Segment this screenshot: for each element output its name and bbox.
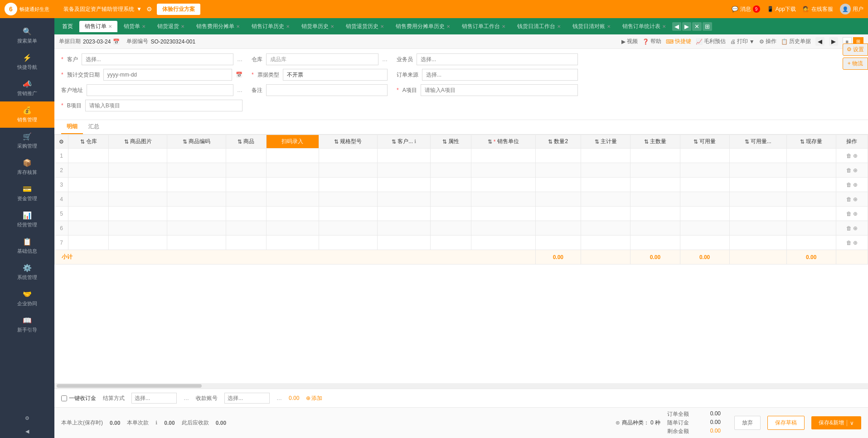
row-product-code-cell[interactable] <box>167 207 226 221</box>
row-product-cell[interactable] <box>226 221 266 236</box>
row-spec-cell[interactable] <box>319 163 377 178</box>
row-sales-unit-cell[interactable] <box>471 221 535 236</box>
discard-btn[interactable]: 放弃 <box>734 416 761 430</box>
sidebar-item-operations[interactable]: 📊 经营管理 <box>0 207 54 233</box>
system-dropdown-btn[interactable]: ▼ <box>136 6 142 12</box>
sidebar-item-inventory[interactable]: 📦 库存核算 <box>0 154 54 180</box>
form-add-btn[interactable]: + 物流 <box>843 58 868 70</box>
row-warehouse-cell[interactable] <box>68 221 109 236</box>
row-product-code-cell[interactable] <box>167 221 226 236</box>
horizontal-scrollbar[interactable] <box>57 384 202 388</box>
row-customer-code-cell[interactable] <box>377 207 431 221</box>
row-quantity2-cell[interactable] <box>535 192 581 207</box>
tab-sales-expense-history[interactable]: 销售费用分摊单历史 ✕ <box>390 21 456 32</box>
row-delete-btn[interactable]: 🗑 <box>846 153 852 159</box>
row-sales-unit-cell[interactable] <box>471 192 535 207</box>
row-main-qty-cell[interactable] <box>630 207 680 221</box>
customer-input[interactable] <box>82 53 233 65</box>
history-btn[interactable]: 📋 历史单据 <box>781 38 811 45</box>
row-product-code-cell[interactable] <box>167 149 226 163</box>
detail-tab-detail[interactable]: 明细 <box>61 120 83 134</box>
settings-gear-btn[interactable]: ⚙ <box>146 5 152 13</box>
sidebar-bottom-settings[interactable]: ⚙ <box>0 412 54 425</box>
tab-receivable-reconcile-close[interactable]: ✕ <box>607 24 611 29</box>
payment-dots-btn[interactable]: … <box>184 395 189 401</box>
a-project-input[interactable] <box>421 84 578 96</box>
row-product-code-cell[interactable] <box>167 236 226 250</box>
sidebar-item-basic[interactable]: 📋 基础信息 <box>0 233 54 259</box>
sidebar-item-purchase[interactable]: 🛒 采购管理 <box>0 128 54 154</box>
trial-btn[interactable]: 体验行业方案 <box>157 4 200 15</box>
row-warehouse-cell[interactable] <box>68 207 109 221</box>
view-btn[interactable]: ▶ 视频 <box>621 38 638 45</box>
tab-sales-expense-split[interactable]: 销售费用分摊单 ✕ <box>191 21 245 32</box>
tab-sales-stats[interactable]: 销售订单统计表 ✕ <box>617 21 671 32</box>
row-quantity2-cell[interactable] <box>535 221 581 236</box>
tab-prev-btn[interactable]: ◀ <box>672 22 681 31</box>
sidebar-item-guide[interactable]: 📖 新手引导 <box>0 312 54 338</box>
row-sales-unit-cell[interactable] <box>471 163 535 178</box>
row-attribute-cell[interactable] <box>431 178 471 192</box>
form-setting-btn[interactable]: ⚙ 设置 <box>843 43 868 56</box>
row-main-qty-cell[interactable] <box>630 178 680 192</box>
salesperson-input[interactable] <box>417 53 578 65</box>
row-quantity2-cell[interactable] <box>535 163 581 178</box>
collection-account-input[interactable] <box>224 393 270 404</box>
tab-sales-refund-history[interactable]: 销货退货历史 ✕ <box>340 21 389 32</box>
sidebar-item-system[interactable]: ⚙️ 系统管理 <box>0 259 54 285</box>
tab-sales-expense-history-close[interactable]: ✕ <box>446 24 450 29</box>
warehouse-input[interactable] <box>266 53 378 65</box>
payment-method-input[interactable] <box>131 393 177 404</box>
row-copy-btn[interactable]: ⊕ <box>853 196 858 202</box>
row-delete-btn[interactable]: 🗑 <box>846 225 852 231</box>
customer-dots-btn[interactable]: … <box>237 56 242 63</box>
row-sales-unit-cell[interactable] <box>471 236 535 250</box>
row-copy-btn[interactable]: ⊕ <box>853 153 858 159</box>
help-btn[interactable]: ❓ 帮助 <box>642 38 661 45</box>
row-warehouse-cell[interactable] <box>68 178 109 192</box>
row-attribute-cell[interactable] <box>431 149 471 163</box>
message-btn[interactable]: 💬 消息 9 <box>732 5 760 13</box>
tab-receivable-reconcile[interactable]: 钱货日清对账 ✕ <box>567 21 616 32</box>
row-delete-btn[interactable]: 🗑 <box>846 196 852 202</box>
record-prev-btn[interactable]: ◀ <box>815 37 824 46</box>
row-copy-btn[interactable]: ⊕ <box>853 182 858 188</box>
sidebar-item-search[interactable]: 🔍 搜索菜单 <box>0 23 54 49</box>
sidebar-collapse-btn[interactable]: ◀ <box>0 425 54 438</box>
tab-sales-refund-close[interactable]: ✕ <box>181 24 184 29</box>
tab-sales-order-workbench[interactable]: 销售订单工作台 ✕ <box>456 21 511 32</box>
row-product-cell[interactable] <box>226 207 266 221</box>
tab-sales-return[interactable]: 销货单 ✕ <box>118 21 151 32</box>
tab-sales-order-history[interactable]: 销售订单历史 ✕ <box>246 21 295 32</box>
order-source-input[interactable] <box>422 69 578 81</box>
customer-address-input[interactable] <box>87 84 233 96</box>
calendar-icon[interactable]: 📅 <box>113 39 120 45</box>
row-quantity2-cell[interactable] <box>535 207 581 221</box>
row-attribute-cell[interactable] <box>431 192 471 207</box>
one-click-checkbox-label[interactable]: 一键收订金 <box>61 395 96 402</box>
row-spec-cell[interactable] <box>319 207 377 221</box>
row-sales-unit-cell[interactable] <box>471 207 535 221</box>
sidebar-item-quick[interactable]: ⚡ 快捷导航 <box>0 49 54 75</box>
tab-sales-order-close[interactable]: ✕ <box>108 24 112 29</box>
row-main-qty-cell[interactable] <box>630 192 680 207</box>
tab-receivable-workbench[interactable]: 钱货日清工作台 ✕ <box>512 21 566 32</box>
row-customer-code-cell[interactable] <box>377 163 431 178</box>
one-click-checkbox[interactable] <box>61 395 67 401</box>
save-new-btn[interactable]: 保存&新增 ∨ <box>811 416 861 429</box>
row-product-cell[interactable] <box>226 192 266 207</box>
row-customer-code-cell[interactable] <box>377 178 431 192</box>
row-customer-code-cell[interactable] <box>377 236 431 250</box>
tab-sales-order[interactable]: 销售订单 ✕ <box>79 21 117 32</box>
row-attribute-cell[interactable] <box>431 221 471 236</box>
tab-sales-return-close[interactable]: ✕ <box>142 24 145 29</box>
add-item-btn[interactable]: ⊕ 添加 <box>306 395 322 402</box>
row-warehouse-cell[interactable] <box>68 163 109 178</box>
row-product-cell[interactable] <box>226 149 266 163</box>
row-copy-btn[interactable]: ⊕ <box>853 225 858 231</box>
tab-receivable-workbench-close[interactable]: ✕ <box>557 24 561 29</box>
row-quantity2-cell[interactable] <box>535 178 581 192</box>
tab-sales-refund[interactable]: 销货退货 ✕ <box>152 21 190 32</box>
tab-home[interactable]: 首页 <box>57 21 78 32</box>
row-spec-cell[interactable] <box>319 149 377 163</box>
